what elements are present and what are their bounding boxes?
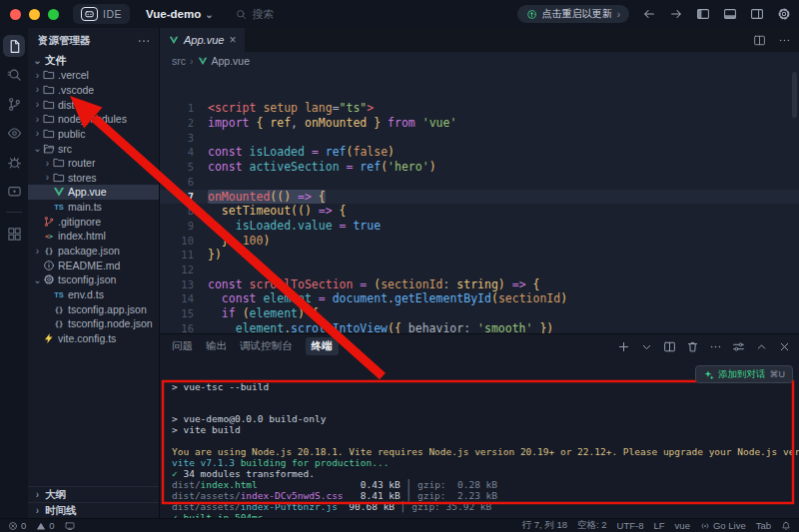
nav-forward-icon[interactable]: [669, 7, 683, 21]
window-zoom-button[interactable]: [48, 9, 59, 20]
close-tab-icon[interactable]: ×: [229, 34, 236, 46]
editor-area: App.vue × src › App.vue 1<script setup l…: [160, 28, 799, 518]
app-logo[interactable]: IDE: [73, 4, 130, 24]
window-minimize-button[interactable]: [29, 9, 40, 20]
section-files[interactable]: ⌄ 文件: [28, 53, 159, 68]
chevron-right-icon: ›: [190, 55, 194, 67]
tree-item-tsconfig.json[interactable]: ⌄tsconfig.json: [28, 272, 159, 287]
code-line-1: 1<script setup lang="ts">: [160, 101, 799, 116]
activity-extensions-icon[interactable]: [3, 223, 25, 245]
svg-text:TS: TS: [54, 290, 64, 299]
status-language-mode[interactable]: vue: [675, 520, 690, 531]
tree-item-src[interactable]: ⌄src: [28, 141, 159, 156]
maximize-panel-icon[interactable]: [755, 340, 768, 353]
status-error-count[interactable]: 0: [8, 520, 26, 531]
panel-tab-问题[interactable]: 问题: [172, 339, 193, 353]
toggle-primary-sidebar-icon[interactable]: [696, 7, 710, 21]
activity-ai-chat-icon[interactable]: [3, 180, 25, 202]
status-warning-count[interactable]: 0: [36, 520, 54, 531]
chevron-right-icon: ›: [33, 489, 42, 500]
tree-item-node_modules[interactable]: ›node_modules: [28, 112, 159, 127]
tree-item-package.json[interactable]: ›{}package.json: [28, 244, 159, 259]
tree-item-.gitignore[interactable]: .gitignore: [28, 214, 159, 229]
panel-settings-icon[interactable]: [732, 340, 745, 353]
panel-tab-终端[interactable]: 终端: [306, 337, 339, 355]
terminal-picker-icon[interactable]: [640, 340, 653, 353]
new-terminal-icon[interactable]: [617, 340, 630, 353]
svg-text:{}: {}: [55, 319, 64, 328]
chevron-down-icon: ⌄: [205, 9, 213, 20]
window-close-button[interactable]: [10, 9, 21, 20]
tree-item-index.html[interactable]: <>index.html: [28, 229, 159, 244]
tree-item-label: .vercel: [58, 69, 89, 81]
activity-debug-icon[interactable]: [3, 151, 25, 173]
kill-terminal-icon[interactable]: [686, 340, 699, 353]
status-cursor-position[interactable]: 行 7, 列 18: [522, 519, 567, 532]
activity-explorer-icon[interactable]: [3, 35, 25, 57]
tree-item-dist[interactable]: ›dist: [28, 97, 159, 112]
project-switcher[interactable]: Vue-demo ⌄: [146, 8, 214, 20]
status-encoding[interactable]: UTF-8: [617, 520, 644, 531]
tree-item-README.md[interactable]: README.md: [28, 258, 159, 272]
close-panel-icon[interactable]: [778, 340, 791, 353]
tree-item-tsconfig.app.json[interactable]: {}tsconfig.app.json: [28, 301, 159, 316]
tree-item-App.vue[interactable]: App.vue: [28, 185, 159, 200]
vue-icon: [169, 35, 179, 45]
toggle-secondary-sidebar-icon[interactable]: [750, 7, 764, 21]
activity-search-icon[interactable]: [3, 64, 25, 86]
tree-item-.vercel[interactable]: ›.vercel: [28, 68, 159, 83]
panel-tab-调试控制台[interactable]: 调试控制台: [240, 339, 293, 353]
nav-back-icon[interactable]: [642, 7, 656, 21]
terminal-line: dist/assets/index-PuYt6nzr.js 90.68 kB │…: [172, 502, 799, 513]
tree-item-.vscode[interactable]: ›.vscode: [28, 83, 159, 98]
code-line-9: 9 isLoaded.value = true: [160, 219, 799, 234]
tree-item-tsconfig.node.json[interactable]: {}tsconfig.node.json: [28, 316, 159, 331]
activity-source-control-icon[interactable]: [3, 93, 25, 115]
search-input[interactable]: 搜索: [236, 7, 275, 22]
section-outline[interactable]: › 大纲: [28, 486, 159, 502]
section-timeline[interactable]: › 时间线: [28, 502, 159, 518]
tree-item-vite.config.ts[interactable]: vite.config.ts: [28, 331, 159, 346]
tree-chevron: ›: [33, 70, 42, 81]
tree-chevron: ›: [43, 172, 52, 183]
tab-bar: App.vue ×: [160, 28, 799, 52]
more-actions-icon[interactable]: [137, 34, 151, 48]
tree-item-env.d.ts[interactable]: TSenv.d.ts: [28, 287, 159, 302]
breadcrumb-file[interactable]: App.vue: [212, 55, 251, 67]
status-indentation[interactable]: 空格: 2: [577, 519, 607, 532]
status-notifications[interactable]: [781, 521, 791, 531]
editor-scrollbar[interactable]: [792, 72, 797, 118]
breadcrumb-folder[interactable]: src: [172, 55, 186, 67]
tree-item-router[interactable]: ›router: [28, 156, 159, 171]
tree-item-main.ts[interactable]: TSmain.ts: [28, 200, 159, 215]
status-go-live[interactable]: Go Live: [700, 520, 746, 531]
code-editor[interactable]: 1<script setup lang="ts">2import { ref, …: [160, 69, 799, 333]
folder-icon: [43, 128, 55, 140]
restart-update-button[interactable]: 点击重启以更新 ›: [517, 5, 629, 23]
terminal-panel: 问题输出调试控制台终端 > vue-tsc --build> vue-demo@…: [160, 333, 799, 518]
panel-more-icon[interactable]: [709, 340, 722, 353]
split-terminal-icon[interactable]: [663, 340, 676, 353]
app-badge-label: IDE: [103, 8, 122, 20]
split-editor-icon[interactable]: [753, 34, 766, 47]
activity-preview-icon[interactable]: [3, 122, 25, 144]
notifications-icon: [781, 521, 791, 531]
bolt-icon: [43, 332, 55, 344]
tree-item-public[interactable]: ›public: [28, 127, 159, 142]
gitfile-icon: [43, 216, 55, 228]
tree-item-label: main.ts: [68, 201, 102, 213]
line-number: 14: [160, 291, 194, 306]
status-eol[interactable]: LF: [654, 520, 665, 531]
status-screencast[interactable]: [65, 521, 75, 531]
settings-icon[interactable]: [777, 7, 791, 21]
tab-app-vue[interactable]: App.vue ×: [160, 28, 245, 52]
tab-label: App.vue: [184, 34, 224, 46]
tree-item-label: public: [58, 128, 85, 140]
add-to-chat-button[interactable]: 添加到对话 ⌘U: [695, 365, 793, 383]
toggle-panel-icon[interactable]: [723, 7, 737, 21]
status-tab-focus-mode[interactable]: Tab: [756, 520, 771, 531]
editor-more-icon[interactable]: [778, 34, 791, 47]
panel-tab-输出[interactable]: 输出: [206, 339, 227, 353]
tree-item-label: package.json: [58, 245, 120, 257]
tree-item-stores[interactable]: ›stores: [28, 170, 159, 185]
